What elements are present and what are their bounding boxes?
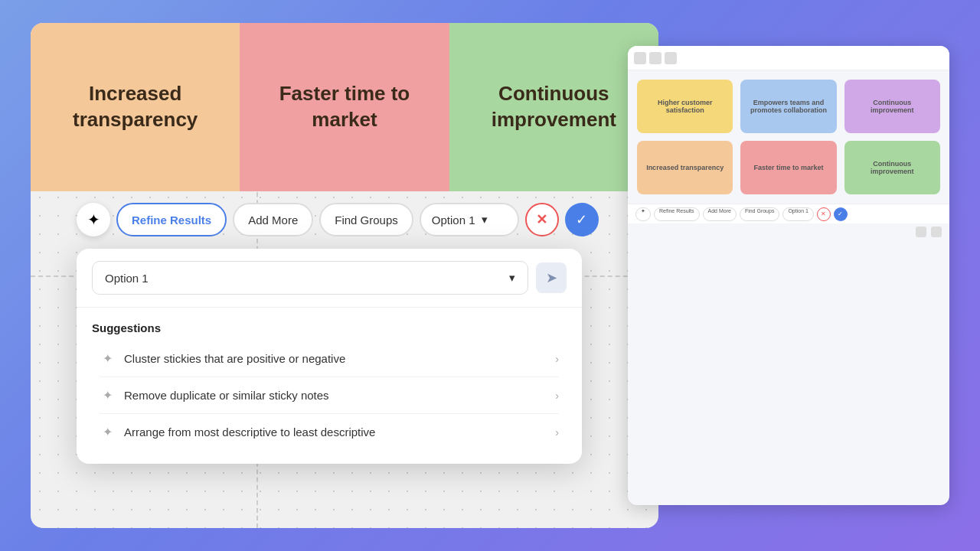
app-find-btn[interactable]: Find Groups	[740, 207, 780, 221]
cancel-button[interactable]: ✕	[525, 203, 559, 236]
app-sticky-5: Faster time to market	[740, 141, 836, 194]
app-bottom-bar	[628, 223, 949, 240]
sparkle-icon-3: ✦	[100, 425, 115, 439]
app-add-btn[interactable]: Add More	[703, 207, 737, 221]
suggestion-text-1: Cluster stickies that are positive or ne…	[124, 352, 345, 365]
confirm-icon: ✓	[576, 211, 587, 228]
suggestion-left-2: ✦ Remove duplicate or similar sticky not…	[100, 388, 329, 403]
add-more-button[interactable]: Add More	[233, 203, 313, 236]
dropdown-header: Option 1 ▾ ➤	[77, 249, 582, 308]
toolbar-row: ✦ Refine Results Add More Find Groups Op…	[77, 203, 599, 236]
suggestion-left-3: ✦ Arrange from most descriptive to least…	[100, 425, 375, 439]
suggestion-item-1[interactable]: ✦ Cluster stickies that are positive or …	[92, 341, 567, 377]
app-sticky-6: Continuous improvement	[844, 141, 940, 194]
app-sticky-1: Higher customer satisfaction	[637, 80, 733, 133]
confirm-button[interactable]: ✓	[565, 203, 599, 236]
lock-icon	[931, 227, 942, 237]
app-magic-btn[interactable]: ✦	[635, 207, 651, 221]
sticky-note-continuous: Continuous improvement	[449, 23, 658, 191]
zoom-icon	[916, 227, 926, 237]
suggestion-text-3: Arrange from most descriptive to least d…	[124, 425, 375, 439]
app-topbar-icon-2	[649, 52, 662, 64]
app-sticky-grid: Higher customer satisfaction Empowers te…	[628, 70, 949, 204]
sticky-note-transparency: Increased transparency	[31, 23, 240, 191]
suggestion-left-1: ✦ Cluster stickies that are positive or …	[100, 351, 345, 366]
option-select[interactable]: Option 1 ▾	[420, 203, 519, 236]
dropdown-panel: Option 1 ▾ ➤ Suggestions ✦ Cluster stick…	[77, 249, 582, 464]
chevron-right-icon-2: ›	[555, 390, 559, 402]
app-topbar-icon-3	[665, 52, 677, 64]
chevron-right-icon-3: ›	[555, 426, 559, 439]
sticky-note-faster: Faster time to market	[240, 23, 449, 191]
suggestion-item-2[interactable]: ✦ Remove duplicate or similar sticky not…	[92, 377, 567, 413]
app-mini-toolbar: ✦ Refine Results Add More Find Groups Op…	[628, 204, 949, 223]
sticky-notes-row: Increased transparency Faster time to ma…	[31, 23, 658, 191]
app-refine-btn[interactable]: Refine Results	[654, 207, 700, 221]
app-confirm-btn[interactable]: ✓	[834, 207, 848, 221]
sparkle-icon-1: ✦	[100, 351, 115, 366]
send-button[interactable]: ➤	[536, 262, 567, 293]
app-sticky-3: Continuous improvement	[844, 80, 940, 133]
app-sticky-4: Increased transparency	[637, 141, 733, 194]
chevron-right-icon-1: ›	[555, 353, 559, 365]
suggestion-text-2: Remove duplicate or similar sticky notes	[124, 389, 329, 402]
magic-button[interactable]: ✦	[77, 203, 110, 236]
app-panel: Higher customer satisfaction Empowers te…	[628, 46, 949, 505]
chevron-down-icon: ▾	[509, 271, 515, 285]
cancel-icon: ✕	[536, 211, 547, 228]
app-topbar	[628, 46, 949, 70]
suggestion-item-3[interactable]: ✦ Arrange from most descriptive to least…	[92, 414, 567, 450]
dropdown-select[interactable]: Option 1 ▾	[92, 261, 528, 295]
whiteboard-panel: Increased transparency Faster time to ma…	[31, 23, 658, 528]
send-icon: ➤	[546, 269, 557, 286]
app-option-select[interactable]: Option 1	[782, 207, 813, 221]
suggestions-title: Suggestions	[92, 321, 567, 334]
app-cancel-btn[interactable]: ✕	[817, 207, 831, 221]
refine-results-button[interactable]: Refine Results	[116, 203, 227, 236]
app-topbar-icon	[634, 52, 646, 64]
suggestions-section: Suggestions ✦ Cluster stickies that are …	[77, 308, 582, 464]
app-sticky-2: Empowers teams and promotes collaboratio…	[740, 80, 836, 133]
sparkle-icon-2: ✦	[100, 388, 115, 403]
find-groups-button[interactable]: Find Groups	[319, 203, 413, 236]
